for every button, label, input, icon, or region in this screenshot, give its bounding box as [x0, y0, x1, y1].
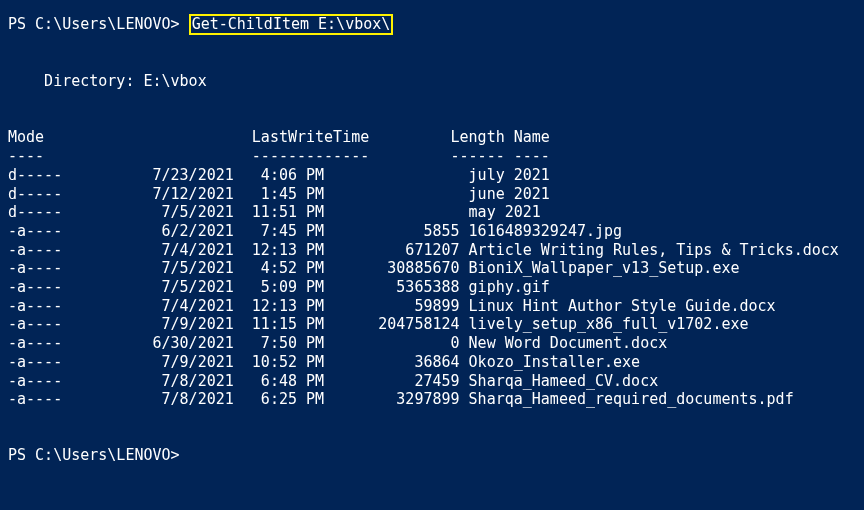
table-row: d----- 7/5/2021 11:51 PM may 2021 — [8, 203, 856, 222]
table-row: -a---- 7/8/2021 6:25 PM 3297899 Sharqa_H… — [8, 390, 856, 409]
prompt-line-2[interactable]: PS C:\Users\LENOVO> — [8, 446, 856, 465]
table-row: -a---- 7/8/2021 6:48 PM 27459 Sharqa_Ham… — [8, 372, 856, 391]
blank-line — [8, 54, 856, 73]
directory-header: Directory: E:\vbox — [8, 72, 856, 91]
table-row: -a---- 7/4/2021 12:13 PM 671207 Article … — [8, 241, 856, 260]
entered-command: Get-ChildItem E:\vbox\ — [189, 14, 394, 35]
blank-line — [8, 110, 856, 129]
blank-line — [8, 91, 856, 110]
table-row: -a---- 7/9/2021 10:52 PM 36864 Okozo_Ins… — [8, 353, 856, 372]
cursor — [189, 447, 198, 462]
prompt-prefix: PS C:\Users\LENOVO> — [8, 446, 189, 464]
table-row: -a---- 7/4/2021 12:13 PM 59899 Linux Hin… — [8, 297, 856, 316]
table-row: d----- 7/23/2021 4:06 PM july 2021 — [8, 166, 856, 185]
table-row: d----- 7/12/2021 1:45 PM june 2021 — [8, 185, 856, 204]
table-row: -a---- 7/5/2021 5:09 PM 5365388 giphy.gi… — [8, 278, 856, 297]
table-row: -a---- 6/2/2021 7:45 PM 5855 16164893292… — [8, 222, 856, 241]
blank-line — [8, 35, 856, 54]
file-listing: d----- 7/23/2021 4:06 PM july 2021d-----… — [8, 166, 856, 409]
powershell-terminal[interactable]: PS C:\Users\LENOVO> Get-ChildItem E:\vbo… — [0, 0, 864, 473]
column-dividers: ---- ------------- ------ ---- — [8, 147, 856, 166]
prompt-line-1: PS C:\Users\LENOVO> Get-ChildItem E:\vbo… — [8, 14, 856, 35]
column-headers: Mode LastWriteTime Length Name — [8, 128, 856, 147]
table-row: -a---- 7/9/2021 11:15 PM 204758124 livel… — [8, 315, 856, 334]
prompt-prefix: PS C:\Users\LENOVO> — [8, 15, 189, 33]
blank-line — [8, 409, 856, 428]
blank-line — [8, 428, 856, 447]
table-row: -a---- 7/5/2021 4:52 PM 30885670 BioniX_… — [8, 259, 856, 278]
table-row: -a---- 6/30/2021 7:50 PM 0 New Word Docu… — [8, 334, 856, 353]
